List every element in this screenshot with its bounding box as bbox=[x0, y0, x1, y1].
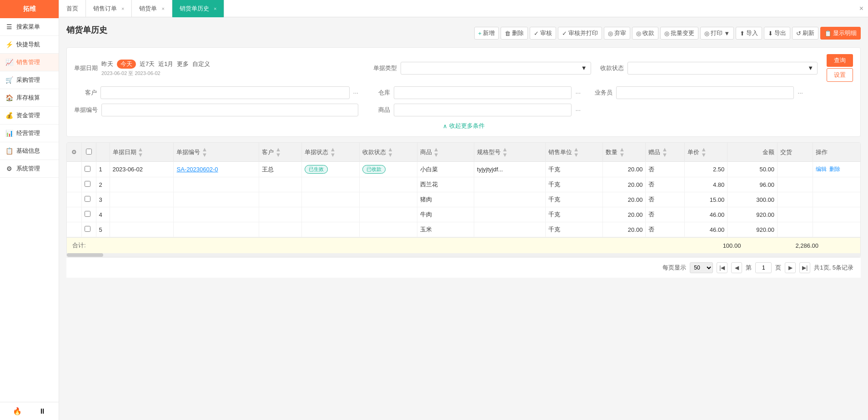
goods-column[interactable]: 商品 ▲▼ bbox=[417, 143, 474, 162]
sidebar-item-operations[interactable]: 📊 经营管理 bbox=[0, 125, 59, 142]
current-page-input[interactable] bbox=[755, 262, 772, 273]
tab-sales-delivery-close[interactable]: × bbox=[161, 6, 164, 11]
spec-column[interactable]: 规格型号 ▲▼ bbox=[474, 143, 546, 162]
select-all-checkbox[interactable] bbox=[86, 149, 92, 155]
pay-status-column[interactable]: 收款状态 ▲▼ bbox=[360, 143, 417, 162]
warehouse-ellipsis[interactable]: ··· bbox=[575, 89, 581, 96]
tab-sales-delivery[interactable]: 销货单 × bbox=[132, 0, 172, 17]
tab-sales-history-close[interactable]: × bbox=[214, 6, 216, 11]
row-checkbox[interactable] bbox=[85, 226, 90, 232]
row-qty: 20.00 bbox=[603, 192, 646, 207]
sidebar-item-finance[interactable]: 💰 资金管理 bbox=[0, 107, 59, 125]
refresh-button[interactable]: ↺ 刷新 bbox=[792, 27, 818, 40]
audit-print-button[interactable]: ✓ 审核并打印 bbox=[558, 27, 602, 40]
shortcut-yesterday[interactable]: 昨天 bbox=[101, 60, 113, 68]
batch-change-button[interactable]: ◎ 批量变更 bbox=[660, 27, 698, 40]
tab-sales-order-close[interactable]: × bbox=[121, 6, 124, 11]
doc-no-column[interactable]: 单据编号 ▲▼ bbox=[174, 143, 259, 162]
row-checkbox[interactable] bbox=[85, 196, 90, 202]
del-action[interactable]: 删除 bbox=[829, 165, 840, 173]
customer-ellipsis[interactable]: ··· bbox=[353, 89, 359, 96]
shortcut-1month[interactable]: 近1月 bbox=[158, 60, 173, 68]
row-cell: 已收款 bbox=[360, 162, 417, 177]
salesperson-input[interactable] bbox=[616, 86, 794, 99]
sidebar-item-search-menu[interactable]: ☰ 搜索菜单 bbox=[0, 18, 59, 36]
edit-action[interactable]: 编辑 bbox=[816, 165, 827, 173]
audit-button[interactable]: ✓ 审核 bbox=[530, 27, 556, 40]
shortcut-custom[interactable]: 自定义 bbox=[192, 60, 210, 68]
customer-column[interactable]: 客户 ▲▼ bbox=[259, 143, 302, 162]
sidebar-item-purchase-mgmt[interactable]: 🛒 采购管理 bbox=[0, 71, 59, 89]
sidebar-item-system[interactable]: ⚙ 系统管理 bbox=[0, 160, 59, 178]
footer-label: 合计: bbox=[72, 241, 86, 250]
row-unit: 千克 bbox=[545, 207, 603, 222]
tab-home[interactable]: 首页 bbox=[59, 0, 86, 17]
row-index: 4 bbox=[96, 207, 110, 222]
footer-amount: 2,286.00 bbox=[795, 242, 818, 249]
doc-status-column[interactable]: 单据状态 ▲▼ bbox=[302, 143, 360, 162]
row-cell bbox=[302, 192, 360, 207]
row-customer bbox=[259, 222, 302, 237]
prev-page-button[interactable]: ◀ bbox=[731, 262, 742, 273]
doc-no-link[interactable]: SA-20230602-0 bbox=[176, 166, 218, 173]
collapse-label: 收起更多条件 bbox=[449, 122, 485, 130]
salesperson-ellipsis[interactable]: ··· bbox=[798, 89, 803, 96]
print-dropdown-icon: ▼ bbox=[724, 30, 730, 37]
per-page-select[interactable]: 50 20 100 bbox=[690, 262, 713, 273]
new-button[interactable]: + 新增 bbox=[474, 27, 499, 40]
sidebar-item-inventory[interactable]: 🏠 库存核算 bbox=[0, 89, 59, 107]
show-detail-button[interactable]: 📋 显示明细 bbox=[820, 27, 861, 40]
last-page-button[interactable]: ▶| bbox=[799, 262, 810, 273]
goods-ellipsis[interactable]: ··· bbox=[575, 106, 581, 114]
print-icon: ◎ bbox=[704, 30, 709, 37]
shortcut-7days[interactable]: 近7天 bbox=[140, 60, 155, 68]
tab-sales-history[interactable]: 销货单历史 × bbox=[172, 0, 224, 17]
row-doc-date bbox=[110, 192, 174, 207]
row-trade bbox=[777, 192, 813, 207]
price-column[interactable]: 单价 ▲▼ bbox=[685, 143, 728, 162]
export-button[interactable]: ⬇ 导出 bbox=[764, 27, 790, 40]
gear-column[interactable]: ⚙ bbox=[67, 143, 81, 162]
doc-no-input[interactable] bbox=[101, 104, 358, 116]
row-checkbox[interactable] bbox=[85, 181, 90, 187]
doc-no-label: 单据编号 bbox=[74, 106, 98, 114]
next-page-button[interactable]: ▶ bbox=[785, 262, 796, 273]
set-button[interactable]: 设置 bbox=[827, 68, 853, 82]
sidebar-item-label: 系统管理 bbox=[16, 165, 40, 173]
sidebar-item-quick-nav[interactable]: ⚡ 快捷导航 bbox=[0, 36, 59, 54]
tab-bar-close-all[interactable]: × bbox=[859, 5, 868, 13]
horizontal-scrollbar[interactable] bbox=[67, 253, 860, 257]
row-gift: 否 bbox=[646, 177, 685, 192]
first-page-button[interactable]: |◀ bbox=[717, 262, 728, 273]
row-cell bbox=[81, 222, 96, 237]
row-checkbox[interactable] bbox=[85, 211, 90, 217]
warehouse-input[interactable] bbox=[394, 86, 572, 99]
sidebar-item-sales-mgmt[interactable]: 📈 销售管理 bbox=[0, 54, 59, 71]
tab-sales-order[interactable]: 销售订单 × bbox=[86, 0, 132, 17]
sidebar-fire-icon[interactable]: 🔥 bbox=[13, 407, 22, 415]
print-button[interactable]: ◎ 打印 ▼ bbox=[700, 27, 734, 40]
customer-input[interactable] bbox=[100, 86, 350, 99]
gift-column[interactable]: 赠品 ▲▼ bbox=[646, 143, 685, 162]
collect-button[interactable]: ◎ 收款 bbox=[632, 27, 658, 40]
abandon-button[interactable]: ◎ 弃审 bbox=[604, 27, 630, 40]
doc-type-select[interactable]: ▼ bbox=[401, 62, 591, 75]
shortcut-today[interactable]: 今天 bbox=[117, 60, 136, 69]
filter-customer: 客户 ··· bbox=[74, 86, 358, 99]
sidebar-pause-icon[interactable]: ⏸ bbox=[39, 407, 46, 415]
import-button[interactable]: ⬆ 导入 bbox=[736, 27, 762, 40]
row-checkbox[interactable] bbox=[85, 166, 90, 172]
unit-column[interactable]: 销售单位 ▲▼ bbox=[545, 143, 603, 162]
chevron-down-icon: ▼ bbox=[581, 65, 587, 71]
delete-button[interactable]: 🗑 删除 bbox=[501, 27, 528, 40]
sidebar-item-base-info[interactable]: 📋 基础信息 bbox=[0, 142, 59, 160]
doc-date-column[interactable]: 单据日期 ▲▼ bbox=[110, 143, 174, 162]
row-cell bbox=[174, 192, 259, 207]
query-button[interactable]: 查询 bbox=[827, 54, 853, 67]
goods-input[interactable] bbox=[394, 104, 572, 116]
scrollbar-thumb[interactable] bbox=[67, 253, 103, 257]
payment-status-select[interactable]: ▼ bbox=[627, 62, 818, 75]
shortcut-more[interactable]: 更多 bbox=[177, 60, 189, 68]
collapse-button[interactable]: ∧ 收起更多条件 bbox=[441, 120, 487, 132]
qty-column[interactable]: 数量 ▲▼ bbox=[603, 143, 646, 162]
